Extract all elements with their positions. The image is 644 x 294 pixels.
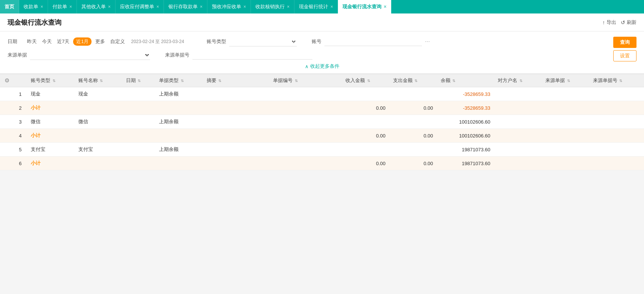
- nav-item-advance-offset[interactable]: 预收冲应收单 ×: [207, 0, 251, 13]
- nav-item-receipts[interactable]: 收款单 ×: [19, 0, 48, 13]
- sort-icon: ⇅: [452, 79, 455, 83]
- col-settings[interactable]: ⚙: [0, 74, 14, 87]
- close-icon[interactable]: ×: [243, 4, 246, 9]
- row-expense: [389, 143, 437, 157]
- row-source-doc: [542, 157, 589, 170]
- sort-icon: ⇅: [100, 79, 103, 83]
- nav-item-home[interactable]: 首页: [0, 0, 19, 13]
- close-icon[interactable]: ×: [200, 4, 203, 9]
- source-doc-select-wrapper: [30, 50, 150, 60]
- row-source-doc: [542, 101, 589, 115]
- refresh-icon: ↺: [621, 19, 625, 25]
- date-option-1month[interactable]: 近1月: [73, 37, 92, 46]
- filter-date-row: 日期 昨天 今天 近7天 近1月 更多 自定义 2023-02-24 至 202…: [8, 37, 613, 46]
- row-source-doc-no: [589, 115, 644, 129]
- sort-icon: ⇅: [519, 79, 522, 83]
- row-account-type: 小计: [27, 129, 75, 143]
- query-button[interactable]: 查询: [613, 37, 636, 48]
- collapse-bar[interactable]: ∧ 收起更多条件: [8, 61, 636, 70]
- row-doc-no: [269, 87, 342, 101]
- row-index: 5: [14, 143, 27, 157]
- row-source-doc-no: [589, 129, 644, 143]
- col-counter-party[interactable]: 对方户名 ⇅: [494, 74, 542, 87]
- col-balance[interactable]: 余额 ⇅: [437, 74, 494, 87]
- refresh-button[interactable]: ↺ 刷新: [621, 19, 636, 26]
- row-source-doc-no: [589, 101, 644, 115]
- row-expense: 0.00: [389, 101, 437, 115]
- row-expense: [389, 87, 437, 101]
- col-source-doc-no[interactable]: 来源单据号 ⇅: [589, 74, 644, 87]
- row-summary: [203, 115, 270, 129]
- row-date: [122, 87, 155, 101]
- header-actions: ↑ 导出 ↺ 刷新: [602, 19, 636, 26]
- close-icon[interactable]: ×: [41, 4, 43, 9]
- nav-item-receivable-adj[interactable]: 应收应付调整单 ×: [116, 0, 164, 13]
- date-option-more[interactable]: 更多: [94, 37, 107, 46]
- close-icon[interactable]: ×: [156, 4, 159, 9]
- row-source-doc-no: [589, 157, 644, 170]
- top-navigation: 首页 收款单 × 付款单 × 其他收入单 × 应收应付调整单 × 银行存取款单 …: [0, 0, 644, 13]
- col-doc-no[interactable]: 单据编号 ⇅: [269, 74, 342, 87]
- row-doc-no: [269, 115, 342, 129]
- row-balance: 19871073.60: [437, 143, 494, 157]
- nav-item-bank-stats[interactable]: 现金银行统计 ×: [294, 0, 338, 13]
- date-option-today[interactable]: 今天: [41, 37, 53, 46]
- sort-icon: ⇅: [181, 79, 184, 83]
- sort-icon: ⇅: [619, 79, 622, 83]
- settings-button[interactable]: 设置: [613, 50, 636, 61]
- row-counter-party: [494, 101, 542, 115]
- row-account-name: 支付宝: [75, 143, 122, 157]
- col-account-name[interactable]: 账号名称 ⇅: [75, 74, 122, 87]
- account-dots-icon[interactable]: ···: [425, 38, 430, 45]
- date-option-custom[interactable]: 自定义: [109, 37, 126, 46]
- table-row: 3微信微信上期余额100102606.60: [0, 115, 644, 129]
- sort-icon: ⇅: [138, 79, 141, 83]
- row-date: [122, 115, 155, 129]
- date-options: 昨天 今天 近7天 近1月 更多 自定义 2023-02-24 至 2023-0…: [26, 37, 184, 46]
- source-doc-select[interactable]: [30, 50, 150, 60]
- page-header: 现金银行流水查询 ↑ 导出 ↺ 刷新: [0, 13, 644, 31]
- account-type-select[interactable]: [229, 37, 297, 46]
- col-source-doc[interactable]: 来源单据 ⇅: [542, 74, 589, 87]
- row-income: 0.00: [342, 129, 389, 143]
- close-icon[interactable]: ×: [69, 4, 72, 9]
- nav-item-other-income[interactable]: 其他收入单 ×: [77, 0, 116, 13]
- col-expense[interactable]: 支出金额 ⇅: [389, 74, 437, 87]
- row-settings: [0, 115, 14, 129]
- table-area: ⚙ 账号类型 ⇅ 账号名称 ⇅ 日期 ⇅ 单据类型 ⇅: [0, 74, 644, 170]
- close-icon[interactable]: ×: [384, 4, 386, 9]
- date-option-7days[interactable]: 近7天: [56, 37, 71, 46]
- close-icon[interactable]: ×: [330, 4, 333, 9]
- row-index: 6: [14, 157, 27, 170]
- row-settings: [0, 101, 14, 115]
- col-summary[interactable]: 摘要 ⇅: [203, 74, 270, 87]
- row-doc-type: [155, 129, 203, 143]
- sort-icon: ⇅: [414, 79, 417, 83]
- row-doc-no: [269, 101, 342, 115]
- col-doc-type[interactable]: 单据类型 ⇅: [155, 74, 203, 87]
- date-option-yesterday[interactable]: 昨天: [26, 37, 38, 46]
- table-row: 1现金现金上期余额-3528659.33: [0, 87, 644, 101]
- nav-item-bank-deposit[interactable]: 银行存取款单 ×: [164, 0, 207, 13]
- row-balance: -3528659.33: [437, 87, 494, 101]
- row-account-name: 现金: [75, 87, 122, 101]
- nav-item-payments[interactable]: 付款单 ×: [48, 0, 77, 13]
- row-balance: 100102606.60: [437, 115, 494, 129]
- row-counter-party: [494, 143, 542, 157]
- close-icon[interactable]: ×: [108, 4, 111, 9]
- row-balance: 100102606.60: [437, 129, 494, 143]
- close-icon[interactable]: ×: [287, 4, 290, 9]
- nav-item-bank-flow[interactable]: 现金银行流水查询 ×: [338, 0, 391, 13]
- row-expense: [389, 115, 437, 129]
- col-date[interactable]: 日期 ⇅: [122, 74, 155, 87]
- row-date: [122, 157, 155, 170]
- account-input[interactable]: [324, 37, 422, 46]
- nav-item-collect-exec[interactable]: 收款核销执行 ×: [251, 0, 294, 13]
- col-income[interactable]: 收入金额 ⇅: [342, 74, 389, 87]
- table-settings-icon[interactable]: ⚙: [5, 77, 9, 84]
- row-index: 2: [14, 101, 27, 115]
- export-button[interactable]: ↑ 导出: [602, 19, 616, 26]
- source-doc-no-input[interactable]: [192, 51, 312, 60]
- row-summary: [203, 101, 270, 115]
- col-account-type[interactable]: 账号类型 ⇅: [27, 74, 75, 87]
